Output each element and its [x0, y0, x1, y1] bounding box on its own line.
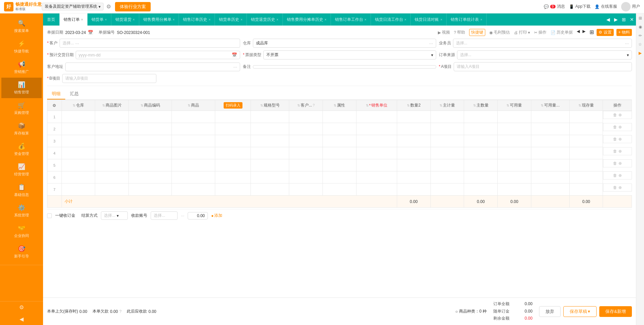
calendar-icon[interactable]: 📅 — [88, 30, 93, 35]
video-btn[interactable]: ▶ 视频 — [438, 29, 450, 36]
row-1-product[interactable] — [172, 111, 215, 123]
row-1-main-unit[interactable] — [430, 111, 464, 123]
tab-expand-btn[interactable]: ⊞ — [620, 13, 628, 26]
address-input[interactable]: ··· — [65, 63, 240, 71]
row-7-code[interactable] — [129, 184, 172, 196]
tab-daily-reconcile[interactable]: 钱货日清对账 × — [411, 13, 447, 26]
row-7-qty2[interactable] — [397, 184, 430, 196]
row-7-warehouse[interactable] — [62, 184, 95, 196]
row-5-main-unit[interactable] — [430, 159, 464, 171]
row-5-main-qty[interactable] — [464, 159, 498, 171]
row-5-copy-icon[interactable]: ⊕ — [618, 161, 622, 166]
row-2-main-qty[interactable] — [464, 123, 498, 135]
profit-btn[interactable]: ◉ 毛利预估 — [489, 29, 510, 36]
tab-close-all-btn[interactable]: ✕ — [628, 13, 636, 26]
warehouse-input[interactable]: 成品库 ··· — [253, 39, 436, 48]
doc-no-value[interactable]: SO-20230324-001 — [117, 30, 150, 35]
payment-amount[interactable]: 0.00 — [188, 212, 208, 219]
row-5-customer-code[interactable] — [289, 159, 323, 171]
tab-prev-btn[interactable]: ◀ — [604, 13, 612, 26]
row-6-main-unit[interactable] — [430, 171, 464, 184]
row-4-customer-code[interactable] — [289, 147, 323, 159]
auto-payment-checkbox[interactable] — [47, 213, 52, 218]
tab-close-icon-11[interactable]: × — [440, 18, 442, 22]
operation-btn[interactable]: ✂ 操作 — [534, 29, 546, 36]
row-4-copy-icon[interactable]: ⊕ — [618, 149, 622, 154]
row-6-warehouse[interactable] — [62, 171, 95, 184]
tab-invoice-history[interactable]: 销货单历史 × — [215, 13, 247, 26]
tab-expense-history[interactable]: 销售费用分摊单历史 × — [283, 13, 331, 26]
tab-close-icon-5[interactable]: × — [209, 18, 211, 22]
remark-input[interactable] — [253, 65, 436, 69]
tab-close-icon[interactable]: × — [81, 18, 83, 22]
row-5-spec[interactable] — [251, 159, 289, 171]
row-3-copy-icon[interactable]: ⊕ — [618, 137, 622, 141]
row-1-code[interactable] — [129, 111, 172, 123]
row-2-code[interactable] — [129, 123, 172, 135]
tab-close-icon-4[interactable]: × — [173, 18, 175, 22]
row-2-copy-icon[interactable]: ⊕ — [618, 125, 622, 129]
tab-order-history[interactable]: 销售订单历史 × — [179, 13, 215, 26]
row-3-attr[interactable] — [323, 135, 356, 147]
tab-close-icon-12[interactable]: × — [480, 18, 482, 22]
customer-input[interactable]: 选择... ··· — [60, 39, 240, 48]
row-1-copy-icon[interactable]: ⊕ — [618, 113, 622, 117]
customer-dots-btn[interactable]: ··· — [75, 41, 79, 46]
row-1-customer-code[interactable] — [289, 111, 323, 123]
tab-close-icon-7[interactable]: × — [276, 18, 278, 22]
b-project-input[interactable]: 请输入B项目 — [62, 74, 156, 83]
scan-entry-btn[interactable]: 扫码录入 — [224, 102, 242, 109]
next-record-btn[interactable]: ▶ — [582, 29, 585, 36]
system-selector[interactable]: 装备及固定资产辅助管理系统 ▾ — [42, 3, 104, 10]
row-3-warehouse[interactable] — [62, 135, 95, 147]
row-7-delete-icon[interactable]: 🗑 — [613, 185, 617, 190]
online-service-btn[interactable]: 👤 在线客服 — [595, 4, 617, 9]
prev-record-btn[interactable]: ◀ — [577, 29, 580, 36]
row-1-main-qty[interactable] — [464, 111, 498, 123]
sidebar-item-guide[interactable]: 🎯 新手引导 — [1, 242, 42, 262]
sidebar-collapse-btn[interactable]: ⚙ — [0, 301, 43, 313]
row-6-main-qty[interactable] — [464, 171, 498, 184]
row-2-delete-icon[interactable]: 🗑 — [613, 125, 617, 129]
row-5-code[interactable] — [129, 159, 172, 171]
row-6-delete-icon[interactable]: 🗑 — [613, 173, 617, 178]
history-btn[interactable]: 📄 历史单据 — [551, 29, 573, 36]
tab-close-icon-6[interactable]: × — [240, 18, 242, 22]
tab-return[interactable]: 销货退货 × — [111, 13, 139, 26]
help-btn[interactable]: ? 帮助 — [454, 29, 465, 36]
delivery-calendar-icon[interactable]: 📅 — [232, 52, 237, 57]
user-btn[interactable]: 用户 — [621, 2, 640, 11]
right-panel-btn-3[interactable]: ✏ — [637, 32, 644, 39]
row-1-delete-icon[interactable]: 🗑 — [613, 113, 617, 117]
save-draft-btn[interactable]: 保存草稿 ▾ — [563, 306, 597, 317]
cur-order-help-icon[interactable]: ? — [119, 309, 122, 314]
row-2-qty2[interactable] — [397, 123, 430, 135]
discard-btn[interactable]: 放弃 — [539, 306, 561, 317]
row-4-qty2[interactable] — [397, 147, 430, 159]
add-material-btn[interactable]: + 物料 — [616, 29, 632, 36]
row-4-main-qty[interactable] — [464, 147, 498, 159]
row-3-product[interactable] — [172, 135, 215, 147]
warehouse-dots-btn[interactable]: ··· — [429, 41, 433, 46]
row-7-main-qty[interactable] — [464, 184, 498, 196]
sidebar-item-system[interactable]: ⚙️ 系统管理 — [1, 201, 42, 221]
sidebar-item-finance[interactable]: 💰 资金管理 — [1, 139, 42, 160]
row-6-customer-code[interactable] — [289, 171, 323, 184]
sidebar-collapse-arrow[interactable]: ◀ — [0, 313, 43, 325]
row-3-qty2[interactable] — [397, 135, 430, 147]
gear-settings-icon[interactable]: ⚙ — [106, 3, 111, 10]
row-4-unit[interactable] — [356, 147, 397, 159]
row-1-warehouse[interactable] — [62, 111, 95, 123]
tab-close-icon-9[interactable]: × — [365, 18, 367, 22]
row-6-spec[interactable] — [251, 171, 289, 184]
order-source-input[interactable]: 选择... ▾ — [457, 50, 632, 59]
row-3-customer-code[interactable] — [289, 135, 323, 147]
row-6-copy-icon[interactable]: ⊕ — [618, 173, 622, 178]
salesperson-input[interactable]: 选择... ··· — [453, 39, 632, 48]
row-2-product[interactable] — [172, 123, 215, 135]
date-value[interactable]: 2023-03-24 — [65, 30, 86, 35]
sidebar-item-collab[interactable]: 🤝 企业协同 — [1, 221, 42, 242]
row-4-delete-icon[interactable]: 🗑 — [613, 149, 617, 154]
row-4-main-unit[interactable] — [430, 147, 464, 159]
row-4-product[interactable] — [172, 147, 215, 159]
